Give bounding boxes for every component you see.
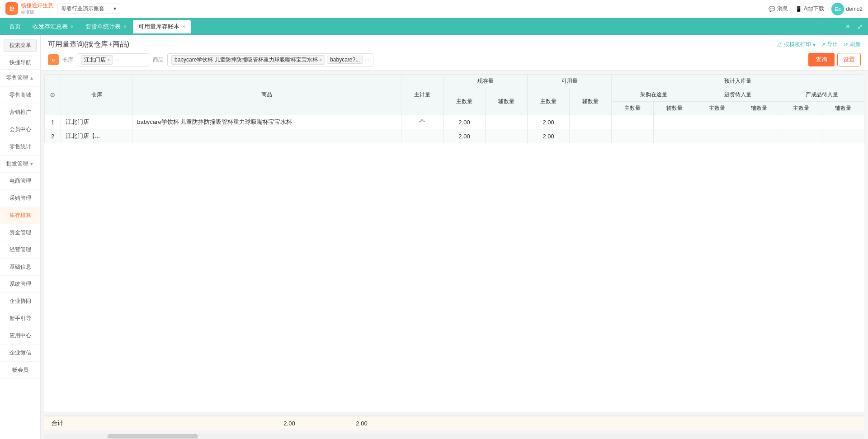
table-col-available-qty: 可用量 [528,75,612,88]
cell-fp-aux [822,129,864,143]
data-table: ⚙ 仓库 商品 主计量 现存量 可用量 预计入库量 主数量 辅数量 主数量 辅数… [44,74,864,143]
expand-icon: » [52,56,55,63]
warehouse-tag: 江北门店 × [81,55,113,65]
sidebar-item-label: 基础信息 [9,263,31,271]
logo-sub: 标准版 [21,9,53,15]
product-tag-value-2: babycare?... [330,57,360,63]
sidebar-item-member[interactable]: 畅会员 [0,362,40,379]
tab-order-stats[interactable]: 要货单统计表 × [80,20,132,33]
sidebar-item-marketing[interactable]: 营销推广 [0,104,40,121]
sidebar-item-label: 采购管理 [9,194,31,202]
main-layout: 搜索菜单 快捷导航 零售管理 ▲ 零售商城 营销推广 会员中心 零售统计 批发管… [0,35,868,439]
cell-available-main: 2.00 [528,115,570,129]
sidebar-item-app-center[interactable]: 应用中心 [0,327,40,345]
sidebar-item-label: 批发管理 [6,160,28,168]
sidebar-item-label: 经营管理 [9,246,31,254]
sidebar-item-system-mgmt[interactable]: 系统管理 [0,276,40,293]
sidebar-item-retail-stats[interactable]: 零售统计 [0,138,40,156]
top-bar-right: 💬 消息 📱 App下载 Ea demo2 [769,3,863,15]
product-tag-value-1: babycare学饮杯 儿童防摔防撞吸管杯重力球吸嘴杯宝宝水杯 [175,56,318,64]
page-actions: 🖨 按模板打印 ▾ ↗ 导出 ↺ 刷新 [777,41,861,48]
search-menu-btn[interactable]: 搜索菜单 [4,39,37,52]
sidebar-item-retail-mall[interactable]: 零售商城 [0,87,40,104]
username-label: demo2 [846,6,863,12]
cell-warehouse: 江北门店 [61,115,132,129]
sidebar-item-finance-mgmt[interactable]: 资金管理 [0,224,40,241]
logo-text: 畅捷通好生意 [21,2,53,9]
sidebar-item-enterprise-collab[interactable]: 企业协同 [0,293,40,310]
tab-receipt-summary[interactable]: 收发存汇总表 × [27,20,79,33]
top-bar: 好 畅捷通好生意 标准版 母婴行业演示账套 ▾ 💬 消息 📱 App下载 Ea … [0,0,868,18]
sidebar-item-inventory-check[interactable]: 库存核算 [0,207,40,224]
chevron-icon: ▼ [29,161,34,166]
product-tag-1: babycare学饮杯 儿童防摔防撞吸管杯重力球吸嘴杯宝宝水杯 × [171,55,325,65]
sidebar-item-label: 会员中心 [9,126,31,133]
table-col-forecast-inbound: 预计入库量 [612,75,864,88]
tab-home-label: 首页 [9,23,21,31]
tab-available-stock-close[interactable]: × [182,24,185,30]
gear-icon[interactable]: ⚙ [50,91,56,99]
expand-tabs-btn[interactable]: ⤢ [855,22,864,31]
cell-available-aux [570,115,612,129]
logo-area: 好 畅捷通好生意 标准版 [5,2,53,15]
table-subh-fp-main: 主数量 [780,102,822,115]
product-tag-1-close[interactable]: × [319,57,322,62]
sidebar-item-new-guide[interactable]: 新手引导 [0,310,40,327]
product-ellipsis[interactable]: ··· [365,57,369,63]
sidebar-item-label: 营销推广 [9,109,31,116]
settings-btn[interactable]: 设置 [837,53,861,66]
tab-receipt-summary-close[interactable]: × [71,24,74,30]
warehouse-ellipsis[interactable]: ··· [115,57,119,63]
warehouse-filter-group[interactable]: 江北门店 × ··· [77,53,149,66]
warehouse-tag-close[interactable]: × [107,57,110,62]
quick-nav-btn[interactable]: 快捷导航 [0,56,40,70]
sidebar-item-label: 电商管理 [9,177,31,185]
cell-no: 2 [45,129,61,143]
cell-available-main: 2.00 [528,129,570,143]
table-col-settings: ⚙ [45,75,61,115]
sidebar-item-enterprise-wechat[interactable]: 企业微信 [0,345,40,362]
expand-filter-btn[interactable]: » [48,54,59,65]
cell-pt-main [612,115,654,129]
app-download-label: App下载 [804,5,824,13]
sidebar-item-purchase-mgmt[interactable]: 采购管理 [0,190,40,207]
query-btn[interactable]: 查询 [808,53,835,66]
tab-receipt-summary-label: 收发存汇总表 [33,23,68,31]
cell-pt-aux [654,129,696,143]
chevron-icon: ▲ [29,76,34,80]
table-col-purchase-transit: 采购在途量 [612,88,696,102]
product-filter-label: 商品 [153,56,164,64]
tab-order-stats-close[interactable]: × [123,24,127,30]
industry-select[interactable]: 母婴行业演示账套 ▾ [57,4,120,14]
table-subh-available-main: 主数量 [528,88,570,115]
industry-label: 母婴行业演示账套 [61,5,104,13]
user-action[interactable]: Ea demo2 [831,3,863,15]
sidebar-item-ops-mgmt[interactable]: 经营管理 [0,241,40,259]
sidebar-item-member-center[interactable]: 会员中心 [0,121,40,138]
product-filter-group[interactable]: babycare学饮杯 儿童防摔防撞吸管杯重力球吸嘴杯宝宝水杯 × babyca… [167,53,373,66]
tab-available-stock[interactable]: 可用量库存账本 × [133,20,191,33]
sidebar-item-wholesale-mgmt[interactable]: 批发管理 ▼ [0,156,40,173]
print-template-label: 按模板打印 [784,41,811,48]
tab-home[interactable]: 首页 [4,20,26,33]
close-all-tabs-btn[interactable]: × [844,22,852,32]
table-subh-current-main: 主数量 [443,88,485,115]
sidebar-item-ecommerce-mgmt[interactable]: 电商管理 [0,173,40,190]
sidebar-item-label: 新手引导 [9,315,31,322]
print-template-btn[interactable]: 🖨 按模板打印 ▾ [777,41,816,48]
sidebar-item-retail-mgmt[interactable]: 零售管理 ▲ [0,70,40,87]
scroll-bar-area [44,434,864,439]
app-download-action[interactable]: 📱 App下载 [795,5,824,13]
table-row: 2 江北门店【... 2.00 2.00 [45,129,864,143]
sidebar-item-basic-info[interactable]: 基础信息 [0,259,40,276]
message-label: 消息 [777,5,788,13]
cell-current-main: 2.00 [443,115,485,129]
table-footer: 合计 2.00 2.00 [44,415,864,430]
refresh-btn[interactable]: ↺ 刷新 [844,41,861,48]
message-action[interactable]: 💬 消息 [769,5,788,13]
table-subh-current-aux: 辅数量 [486,88,528,115]
scroll-thumb[interactable] [108,434,198,439]
logo-text-area: 畅捷通好生意 标准版 [21,2,53,15]
export-btn[interactable]: ↗ 导出 [821,41,838,48]
cell-fp-aux [822,115,864,129]
